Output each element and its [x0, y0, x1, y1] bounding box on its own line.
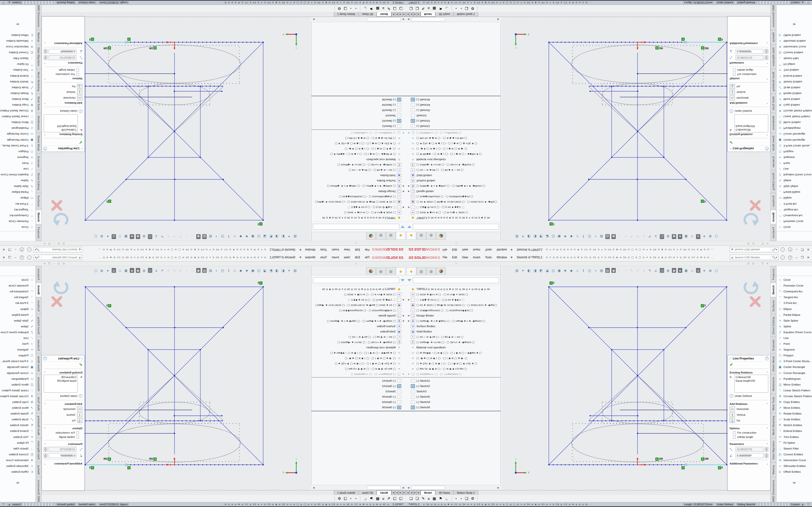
option-checkbox-row[interactable]: Infinite length: [728, 68, 770, 72]
sketch-tool-item[interactable]: ↗ Move Entities: [776, 96, 812, 102]
search-icon[interactable]: 🔍▾: [770, 256, 777, 259]
sketch-tool-item[interactable]: ∷ Linear Sketch Pattern: [776, 114, 812, 119]
sketch-tool-item[interactable]: ∿ Spline: [0, 178, 36, 183]
sketch-tool-item[interactable]: ▣ Center Rectangle: [776, 364, 812, 370]
relation-badge[interactable]: =109: [655, 46, 663, 50]
sketch-tool-item[interactable]: ∿ Style Spline: [776, 318, 812, 324]
tab-nav-icon[interactable]: ▶: [395, 490, 399, 495]
menu-item[interactable]: Window: [497, 256, 507, 259]
menu-item[interactable]: File: [443, 248, 447, 251]
commandmanager-tab[interactable]: Evaluate: [771, 154, 776, 170]
tab-nav-icon[interactable]: ◀: [399, 12, 402, 17]
commandmanager-tab[interactable]: Data Migration: [36, 45, 41, 69]
checkbox[interactable]: [76, 431, 79, 434]
document-tab[interactable]: Model: [420, 490, 436, 495]
sketch-tool-item[interactable]: ▭ Corner Rectangle: [776, 131, 812, 137]
tree-item[interactable]: ⌐ (-) Sketch5: [311, 108, 406, 113]
tree-item[interactable]: ❖ Surface Bodies: [311, 178, 406, 183]
commandmanager-tab[interactable]: Markup: [771, 463, 776, 477]
sketch-tool-item[interactable]: ◗ Silhouette Entities: [0, 38, 36, 44]
dimxpertmanager-tab[interactable]: [436, 267, 446, 275]
sketch-tool-item[interactable]: ○ Circle: [776, 277, 812, 283]
relation-badge[interactable]: ∕: [127, 38, 131, 41]
tab-nav-icon[interactable]: ▶: [413, 490, 417, 495]
length-parameter-input[interactable]: [49, 55, 77, 60]
panel-help-icon[interactable]: ?: [765, 147, 769, 151]
commandmanager-tab[interactable]: Features: [771, 225, 776, 241]
tree-item[interactable]: ◕ ◯ Ƨ5♟◉Ƨ5ⅯΝǝ€Ƨ5 ◯ ◦ ◯ Ƨ5Ǝ€ⅯΝƧ5◉♟Ƨ5 ◯: [311, 307, 406, 313]
sketch-tool-item[interactable]: ◇ 3 Point Center Recta...: [776, 358, 812, 364]
menu-item[interactable]: Tools: [320, 248, 327, 251]
relation-badge[interactable]: =109: [701, 457, 709, 461]
tab-nav-icon[interactable]: ◀: [410, 490, 413, 495]
sketch-tool-item[interactable]: ◝ Tangent Arc: [776, 207, 812, 213]
tree-item[interactable]: ⌐ Sketch3: [406, 389, 501, 394]
vertical-icon[interactable]: ❘: [729, 412, 735, 417]
tree-item[interactable]: ⌐ Sketch3: [311, 113, 406, 118]
sketch-tool-item[interactable]: ⬭ Ellipse: [0, 306, 36, 312]
relations-listbox[interactable]: Collinear108Equal length109: [44, 114, 78, 132]
search-input[interactable]: [49, 256, 78, 259]
tree-item[interactable]: ▦ (-) Sketch2: [311, 383, 406, 389]
commandmanager-tab[interactable]: Surfaces: [771, 298, 776, 314]
tree-item[interactable]: ⌐ (-) Sketch4: [406, 399, 501, 405]
tab-nav-icon[interactable]: ◀: [399, 490, 402, 495]
option-checkbox-row[interactable]: For construction: [728, 431, 770, 435]
tree-horizontal-scrollbar[interactable]: ◀ ▶: [406, 485, 501, 490]
commandmanager-tab[interactable]: Features: [771, 266, 776, 282]
bottom-toolbar-icon[interactable]: ⚑: [370, 6, 373, 11]
sketch-tool-item[interactable]: ▱ Parallelogram: [776, 125, 812, 131]
sketch-tool-item[interactable]: ≋ Intersection Curve: [776, 457, 812, 463]
close-button[interactable]: ✕: [807, 256, 810, 259]
sketch-tool-item[interactable]: ⌒ Fit Spline: [0, 440, 36, 446]
sketch-tool-item[interactable]: ⧉ Copy Entities: [0, 399, 36, 405]
bottom-toolbar-icon[interactable]: ❏: [344, 496, 347, 501]
relation-badge[interactable]: ∕: [681, 466, 685, 469]
sketch-tool-item[interactable]: ◌ Perimeter Circle: [0, 219, 36, 224]
bottom-toolbar-icon[interactable]: ≡: [382, 6, 385, 11]
commandmanager-tab[interactable]: Surfaces: [771, 193, 776, 209]
sketch-tool-item[interactable]: ∕ Line: [776, 166, 812, 172]
commandmanager-tab[interactable]: Direct Editing: [771, 170, 776, 193]
scrollbar-thumb[interactable]: [367, 486, 401, 490]
option-checkbox-row[interactable]: Infinite length: [42, 435, 84, 439]
scrollbar-thumb[interactable]: [367, 18, 401, 21]
tree-item[interactable]: Σ ◯ Ƨ5ⅯΝ◉◦ ❖ Α∪ᵖƎ€ ◯ ◦ ◯ Ǝ€ᵖ∪Α ❖ ◦◉ⅯΝƧ5 …: [311, 162, 406, 168]
sketch-tool-item[interactable]: ∷ Linear Sketch Pattern: [776, 388, 812, 393]
relation-button-row[interactable]: — Horizontal: [42, 95, 84, 101]
option-checkbox-row[interactable]: Infinite length: [728, 435, 770, 439]
commandmanager-tab[interactable]: Surfaces: [36, 193, 41, 209]
sketch-tool-item[interactable]: ◞ Sketch Fillet: [0, 56, 36, 61]
relation-badge[interactable]: ∕3: [106, 304, 111, 307]
tree-item[interactable]: ❖ Surface Bodies: [406, 178, 501, 183]
sketch-tool-item[interactable]: ◗ Silhouette Entities: [776, 38, 812, 44]
relation-entry[interactable]: Collinear108: [45, 376, 77, 379]
menu-item[interactable]: View: [344, 256, 350, 259]
tree-item[interactable]: ▶ ◔ ◯ 人♟◉ ❖ Ƨ5◦Ƹ ◯ ◦ ◯ Ƹ◦Ƨ5 ❖ ◉♟人 ◯: [406, 205, 501, 210]
commandmanager-tab[interactable]: Weldments: [36, 375, 41, 394]
sketch-tool-item[interactable]: ∿ Style Spline: [776, 183, 812, 189]
sketch-tool-item[interactable]: ◇ 3 Point Center Recta...: [776, 143, 812, 149]
sketch-tool-item[interactable]: ○ Circle: [0, 224, 36, 230]
pushpin-icon[interactable]: ✸: [299, 248, 302, 251]
length-parameter-input[interactable]: [735, 447, 763, 452]
tree-item[interactable]: ▣ Solid Bodies: [406, 329, 501, 334]
pushpin-icon[interactable]: ✸: [510, 248, 513, 251]
propertymanager-tab[interactable]: ▤: [416, 267, 426, 275]
sketch-tool-item[interactable]: ◌ Perimeter Circle: [0, 283, 36, 288]
sketch-tool-item[interactable]: ◠ Centerpoint Arc: [776, 213, 812, 219]
tree-item[interactable]: ★ ◯ Ƨ5Ǝ€ ❖ ◉ΛΑ Φ ◯ ◦ ◯ Φ ΑΛ◉ ✦ Ǝ€Ƨ5 ◯: [311, 210, 406, 215]
restore-button[interactable]: ❐: [8, 248, 11, 251]
expand-arrow[interactable]: ▶: [401, 314, 405, 317]
featuremanager-tab[interactable]: ◆: [396, 267, 406, 275]
sketch-tool-item[interactable]: ⇱ Stretch Entities: [0, 79, 36, 85]
sketch-tool-item[interactable]: ⊏ Offset Entities: [0, 469, 36, 475]
tree-item[interactable]: ≡ Material <not specified>: [406, 345, 501, 350]
relation-badge[interactable]: =109: [149, 457, 157, 461]
commandmanager-tab[interactable]: Features: [36, 266, 41, 282]
bottom-toolbar-icon[interactable]: ◔: [355, 6, 357, 11]
commandmanager-tab[interactable]: Evaluate: [36, 154, 41, 170]
sketch-tool-item[interactable]: ○ Circle: [776, 224, 812, 230]
length-spinner[interactable]: ▲▼: [44, 56, 47, 60]
tree-item[interactable]: ▱ ◯ ❖ Ƹ⅁℮◦♟ ◯ Ж ◉ ∣ ◯ ◦ ◯ ∣ ◉ Ж ◯ ♟◦℮⅁Ƹ …: [406, 141, 501, 146]
